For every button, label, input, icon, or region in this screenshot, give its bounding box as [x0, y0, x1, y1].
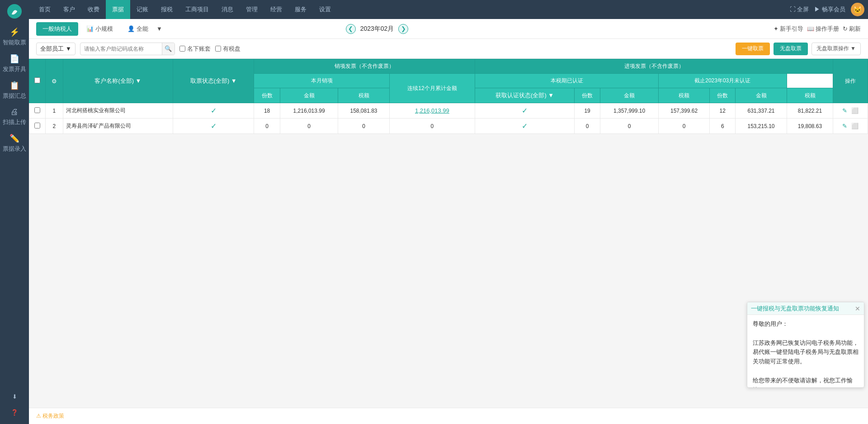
sidebar-item-scan-upload[interactable]: 🖨 扫描上传: [0, 103, 29, 129]
th-purchase-cert-amount: 金额: [600, 88, 659, 103]
status-check-icon-1: ✓: [211, 122, 217, 130]
nav-collection[interactable]: 收费: [81, 0, 106, 19]
preview-icon-0[interactable]: ⬜: [851, 107, 859, 114]
th-sales-cumulative: 连续12个月累计金额: [389, 74, 475, 103]
select-all-checkbox[interactable]: [34, 77, 40, 83]
sidebar-logo[interactable]: [0, 0, 29, 23]
clipboard-icon: 📋: [9, 81, 19, 91]
no-disk-ops-button[interactable]: 无盘取票操作 ▼: [811, 43, 861, 55]
new-guide-button[interactable]: ✦ 新手引导: [774, 25, 803, 33]
refresh-icon: ↻: [843, 25, 848, 32]
notification-body: 尊敬的用户：江苏政务网已恢复访问电子税务局功能，易代账一键登陆电子税务局与无盘取…: [747, 315, 864, 387]
row-num-1: 2: [46, 119, 63, 134]
row-purchase-uncert-amount-1: 153,215.10: [736, 119, 787, 134]
fullscreen-button[interactable]: ⛶ 全屏: [790, 5, 809, 14]
notification-close-button[interactable]: ✕: [855, 305, 860, 312]
tab-general-taxpayer[interactable]: 一般纳税人: [36, 22, 78, 36]
row-status-0: ✓: [173, 103, 254, 119]
notification-header: 一键报税与无盘取票功能恢复通知 ✕: [747, 302, 864, 315]
filter-icon: ▼: [135, 77, 141, 84]
fullscreen-icon: ⛶: [790, 6, 796, 13]
member-button[interactable]: ▶ 畅享会员: [814, 5, 845, 14]
row-purchase-status-1: ✓: [475, 119, 575, 134]
th-action: 操作: [833, 59, 868, 103]
refresh-button[interactable]: ↻ 刷新: [843, 25, 861, 33]
notification-title: 一键报税与无盘取票功能恢复通知: [751, 305, 839, 313]
row-sales-count-1: 0: [254, 119, 280, 134]
current-month: 2023年02月: [360, 25, 394, 33]
dropdown-icon: ▼: [66, 45, 71, 52]
tax-disk-checkbox[interactable]: 有税盘: [215, 45, 241, 53]
th-sales-count: 份数: [254, 88, 280, 103]
month-navigation: ❮ 2023年02月 ❯: [346, 24, 409, 34]
nav-business[interactable]: 工商项目: [179, 0, 215, 19]
prev-month-button[interactable]: ❮: [346, 24, 356, 34]
one-click-fetch-button[interactable]: 一键取票: [736, 43, 770, 55]
edit-icon-1[interactable]: ✎: [842, 123, 847, 129]
th-checkbox: [29, 59, 46, 103]
sidebar-bottom: ⬇ ❓: [0, 390, 29, 424]
tab-small-label: 小规模: [95, 25, 113, 33]
search-button[interactable]: 🔍: [162, 43, 175, 55]
th-purchase-uncert-count: 份数: [710, 88, 736, 103]
sidebar-item-smart-collect[interactable]: ⚡ 智能取票: [0, 23, 29, 49]
nav-tax[interactable]: 报税: [155, 0, 179, 19]
toolbar: 全部员工 ▼ 🔍 名下账套 有税盘 一键取票 无盘取票 无盘取票操作 ▼: [29, 39, 868, 59]
th-purchase-group: 进项发票（不含作废票）: [475, 59, 833, 74]
page-tabs: 一般纳税人 📊 小规模 👤 全能 ▼ ❮ 2023年02月 ❯ ✦ 新手引导: [29, 19, 868, 39]
th-sales-tax: 税额: [338, 88, 389, 103]
tax-policy-link[interactable]: ⚠ 税务政策: [36, 412, 64, 420]
th-customer: 客户名称(全部) ▼: [63, 59, 173, 103]
filter-label: 全部员工: [40, 45, 64, 53]
sidebar-item-invoice-open[interactable]: 📄 发票开具: [0, 49, 29, 76]
nav-home[interactable]: 首页: [33, 0, 57, 19]
row-sales-cumulative-0: 1,216,013.99: [389, 103, 475, 119]
name-account-check[interactable]: [179, 46, 185, 52]
nav-admin[interactable]: 管理: [240, 0, 264, 19]
row-check-0[interactable]: [34, 107, 40, 113]
edit-icon-0[interactable]: ✎: [842, 107, 847, 114]
table-row: 1 河北柯搭桃实业有限公司 ✓ 18 1,216,013.99 158,081.…: [29, 103, 868, 119]
sidebar-item-download[interactable]: ⬇: [0, 390, 29, 404]
sidebar-item-data-entry[interactable]: ✏️ 票据录入: [0, 129, 29, 156]
th-purchase-cert-count: 份数: [574, 88, 600, 103]
no-disk-fetch-button[interactable]: 无盘取票: [774, 43, 808, 55]
nav-accounting[interactable]: 记账: [130, 0, 155, 19]
name-account-checkbox[interactable]: 名下账套: [179, 45, 211, 53]
row-checkbox-0[interactable]: [29, 103, 46, 119]
tax-disk-check[interactable]: [215, 46, 221, 52]
row-sales-amount-1: 0: [280, 119, 338, 134]
row-checkbox-1[interactable]: [29, 119, 46, 134]
user-avatar[interactable]: 🐱: [851, 3, 864, 16]
nav-operation[interactable]: 经营: [264, 0, 288, 19]
manual-button[interactable]: 📖 操作手册: [807, 25, 839, 33]
invoice-table: ⚙ 客户名称(全部) ▼ 取票状态(全部) ▼ 销项发票（不含作废票） 进项发票…: [29, 59, 868, 134]
preview-icon-1[interactable]: ⬜: [851, 123, 859, 129]
nav-service[interactable]: 服务: [288, 0, 313, 19]
tab-all[interactable]: 👤 全能: [121, 22, 155, 36]
th-purchase-certified: 本税期已认证: [475, 74, 659, 88]
row-purchase-uncert-tax-0: 81,822.21: [787, 103, 833, 119]
nav-invoice[interactable]: 票据: [106, 0, 130, 19]
tab-small-scale[interactable]: 📊 小规模: [80, 22, 119, 36]
tab-more[interactable]: ▼: [156, 25, 162, 32]
sidebar-item-help[interactable]: ❓: [0, 405, 29, 419]
nav-settings[interactable]: 设置: [313, 0, 337, 19]
next-month-button[interactable]: ❯: [398, 24, 408, 34]
filter-icon: ▼: [548, 92, 554, 99]
row-sales-count-0: 18: [254, 103, 280, 119]
row-action-1: ✎ ⬜: [833, 119, 868, 134]
star-icon: ✦: [774, 25, 778, 32]
nav-customer[interactable]: 客户: [57, 0, 81, 19]
row-purchase-cert-count-0: 19: [574, 103, 600, 119]
employee-filter[interactable]: 全部员工 ▼: [36, 43, 75, 55]
nav-message[interactable]: 消息: [215, 0, 240, 19]
search-input[interactable]: [80, 46, 162, 52]
row-check-1[interactable]: [34, 123, 40, 129]
purchase-status-icon-1: ✓: [522, 122, 528, 130]
cumulative-link-0[interactable]: 1,216,013.99: [415, 107, 449, 114]
notification-popup: 一键报税与无盘取票功能恢复通知 ✕ 尊敬的用户：江苏政务网已恢复访问电子税务局功…: [747, 302, 864, 388]
sidebar-item-invoice-summary[interactable]: 📋 票据汇总: [0, 76, 29, 103]
row-action-0: ✎ ⬜: [833, 103, 868, 119]
th-sales-group: 销项发票（不含作废票）: [254, 59, 475, 74]
